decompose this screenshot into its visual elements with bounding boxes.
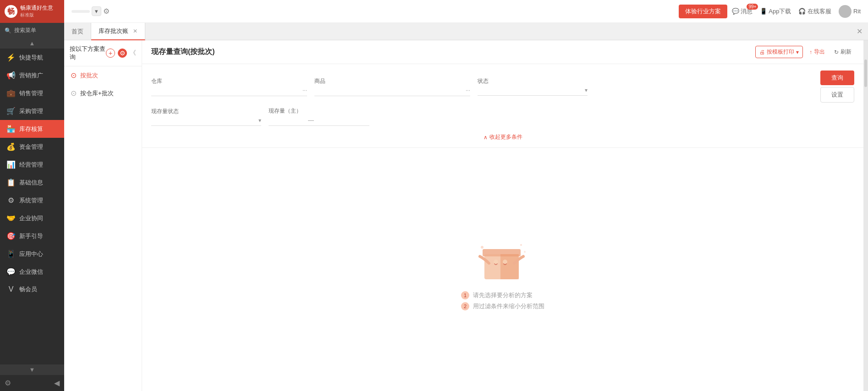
warehouse-input-wrap[interactable]: ··· [151, 87, 307, 96]
tabbar: 首页 库存批次账 ✕ ✕ [64, 23, 868, 40]
sidebar-item-caigou[interactable]: 🛒 采购管理 [0, 102, 64, 120]
breadcrumb-input [71, 10, 90, 13]
nav-label-jichu: 基础信息 [19, 179, 43, 187]
add-scheme-btn[interactable]: + [106, 49, 115, 58]
filter-row-2: 现存量状态 ▾ 现存量（主） — [151, 107, 854, 126]
print-btn[interactable]: 🖨 按模板打印 ▾ [755, 46, 803, 58]
export-icon: ↑ [809, 49, 812, 55]
sidebar-header: 畅 畅康通好生意 标准版 [0, 0, 64, 23]
sidebar-footer: ⚙ ◀ [0, 375, 64, 391]
scroll-down-btn[interactable]: ▼ [0, 364, 64, 375]
quantity-min-input[interactable] [269, 117, 305, 124]
scrollbar-thumb[interactable] [864, 60, 867, 87]
footer-settings-icon[interactable]: ⚙ [5, 379, 11, 387]
settings-btn[interactable]: 设置 [820, 87, 854, 103]
sidebar: 畅 畅康通好生意 标准版 🔍 搜索菜单 ▲ ⚡ 快捷导航 📢 营销推广 💼 销售… [0, 0, 64, 391]
close-all-tabs-btn[interactable]: ✕ [851, 27, 868, 36]
sidebar-item-qiye[interactable]: 🤝 企业协同 [0, 209, 64, 227]
scheme-icon-pipici: ⊙ [71, 71, 77, 80]
inventory-status-select[interactable]: ▾ [151, 117, 261, 126]
tab-home[interactable]: 首页 [64, 23, 91, 40]
range-dash: — [308, 117, 314, 124]
inventory-status-arrow[interactable]: ▾ [258, 117, 261, 124]
query-actions: 查询 设置 [820, 71, 854, 103]
tab-kucunpici[interactable]: 库存批次账 ✕ [91, 23, 145, 40]
nav-label-xitong: 系统管理 [19, 196, 43, 205]
sidebar-item-weixin[interactable]: 💬 企业微信 [0, 263, 64, 281]
nav-label-yingyong: 应用中心 [19, 250, 43, 258]
tab-kucunpici-label: 库存批次账 [99, 27, 128, 35]
nav-label-zijin: 资金管理 [19, 143, 43, 151]
filter-quantity: 现存量（主） — [269, 107, 369, 126]
refresh-btn[interactable]: ↻ 刷新 [831, 46, 854, 58]
scheme-item-picicangku[interactable]: ⊙ 按仓库+批次 [64, 84, 142, 102]
query-btn[interactable]: 查询 [820, 71, 854, 85]
quantity-max-input[interactable] [317, 117, 353, 124]
nav-icon-xinshou: 🎯 [6, 232, 16, 240]
online-service-btn[interactable]: 🎧 在线客服 [798, 7, 831, 16]
warehouse-input[interactable] [151, 87, 301, 94]
sidebar-item-xinshou[interactable]: 🎯 新手引导 [0, 227, 64, 245]
phone-icon: 📱 [760, 8, 767, 15]
footer-collapse-icon[interactable]: ◀ [54, 379, 60, 387]
nav-icon-zijin: 💰 [6, 142, 16, 151]
nav-label-xinshou: 新手引导 [19, 232, 43, 240]
nav-label-kucun: 库存核算 [19, 125, 43, 133]
online-service-label: 在线客服 [808, 8, 831, 15]
scheme-label-pipici: 按批次 [80, 71, 98, 80]
print-icon: 🖨 [759, 49, 765, 55]
left-panel: 按以下方案查询 + ⚙ 《 ⊙ 按批次 ⊙ 按仓库+批次 [64, 40, 142, 391]
filter-product: 商品 ··· [314, 77, 470, 96]
user-menu[interactable]: Rit [839, 5, 861, 18]
filter-area: 仓库 ··· 商品 ··· 状态 [142, 64, 863, 148]
sidebar-item-xiaoshou[interactable]: 💼 销售管理 [0, 84, 64, 102]
sidebar-item-yingxiao[interactable]: 📢 营销推广 [0, 66, 64, 84]
right-scrollbar[interactable] [863, 40, 868, 391]
tab-kucunpici-close[interactable]: ✕ [133, 28, 137, 34]
collapse-panel-btn[interactable]: 《 [130, 49, 136, 57]
scroll-up-btn[interactable]: ▲ [0, 38, 64, 49]
empty-hint-1: 1 请先选择要分析的方案 [461, 291, 544, 299]
product-more-icon[interactable]: ··· [466, 87, 470, 93]
filter-status: 状态 ▾ [478, 77, 588, 96]
nav-icon-caigou: 🛒 [6, 107, 16, 115]
sidebar-item-xitong[interactable]: ⚙ 系统管理 [0, 191, 64, 209]
warehouse-more-icon[interactable]: ··· [302, 87, 307, 93]
message-icon: 💬 [732, 8, 739, 15]
sidebar-nav: ⚡ 快捷导航 📢 营销推广 💼 销售管理 🛒 采购管理 🏪 库存核算 💰 资金管… [0, 49, 64, 364]
status-select[interactable]: ▾ [478, 87, 588, 96]
sidebar-item-kuaijie[interactable]: ⚡ 快捷导航 [0, 49, 64, 66]
breadcrumb-dropdown[interactable]: ▾ [92, 6, 101, 16]
app-name: 畅康通好生意 [20, 5, 53, 12]
sidebar-item-zijin[interactable]: 💰 资金管理 [0, 138, 64, 156]
collapse-row[interactable]: ∧ 收起更多条件 [151, 130, 854, 144]
sidebar-item-jichu[interactable]: 📋 基础信息 [0, 174, 64, 191]
export-btn[interactable]: ↑ 导出 [807, 46, 828, 58]
product-input-wrap[interactable]: ··· [314, 87, 470, 96]
app-logo: 畅 [5, 5, 17, 18]
nav-label-qiye: 企业协同 [19, 214, 43, 223]
scheme-icon-picicangku: ⊙ [71, 89, 77, 98]
empty-state: 1 请先选择要分析的方案 2 用过滤条件来缩小分析范围 [142, 148, 863, 391]
sidebar-item-kucun[interactable]: 🏪 库存核算 [0, 120, 64, 138]
print-dropdown-icon[interactable]: ▾ [796, 49, 799, 55]
svg-point-7 [524, 251, 526, 253]
svg-point-5 [481, 246, 483, 249]
nav-label-weixin: 企业微信 [19, 268, 43, 276]
trial-btn[interactable]: 体验行业方案 [679, 5, 727, 18]
topbar-gear-icon[interactable]: ⚙ [103, 7, 110, 16]
nav-icon-xitong: ⚙ [6, 196, 16, 205]
scheme-settings-btn[interactable]: ⚙ [118, 49, 127, 58]
sidebar-item-yingyong[interactable]: 📱 应用中心 [0, 245, 64, 263]
product-input[interactable] [314, 87, 464, 94]
messages-badge: 99+ [747, 4, 758, 10]
scheme-label-picicangku: 按仓库+批次 [80, 89, 114, 98]
messages-btn[interactable]: 💬 消息 99+ [732, 7, 753, 16]
nav-label-caigou: 采购管理 [19, 107, 43, 115]
sidebar-item-huiyuan[interactable]: V 畅会员 [0, 281, 64, 298]
sidebar-item-jingying[interactable]: 📊 经营管理 [0, 156, 64, 174]
status-arrow[interactable]: ▾ [585, 87, 588, 93]
app-download-btn[interactable]: 📱 App下载 [760, 7, 791, 16]
sidebar-search[interactable]: 🔍 搜索菜单 [0, 23, 64, 38]
scheme-item-pipici[interactable]: ⊙ 按批次 [64, 66, 142, 84]
